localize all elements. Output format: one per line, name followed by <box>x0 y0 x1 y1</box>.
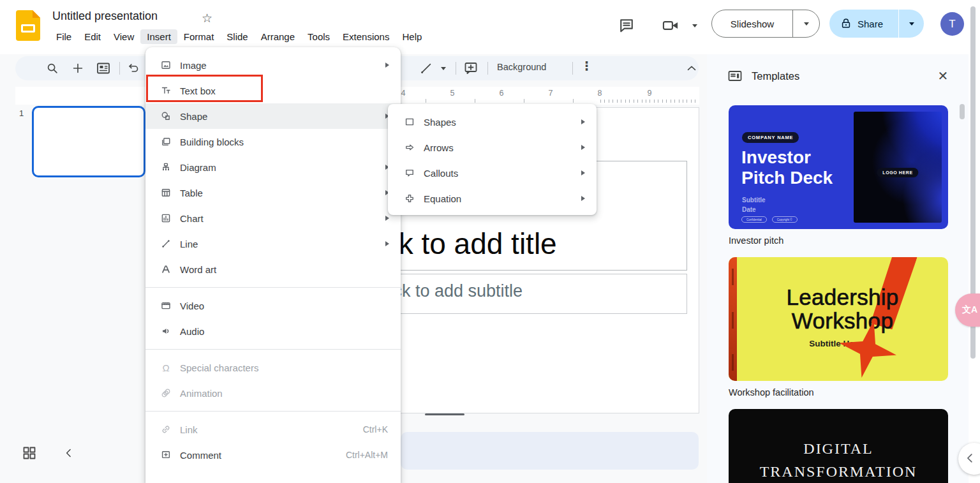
menu-help[interactable]: Help <box>396 29 428 44</box>
slideshow-dropdown[interactable] <box>792 10 819 37</box>
video-icon <box>161 301 171 311</box>
slideshow-button[interactable]: Slideshow <box>711 10 820 38</box>
line-tool-dropdown[interactable] <box>438 59 449 77</box>
menu-item-image[interactable]: Image <box>145 52 401 78</box>
add-comment-icon <box>161 450 171 460</box>
menu-item-special-characters[interactable]: Ω Special characters <box>145 355 401 380</box>
menu-item-chart[interactable]: Chart <box>145 205 401 231</box>
menu-item-audio[interactable]: Audio <box>145 318 401 344</box>
menu-item-building-blocks[interactable]: Building blocks <box>145 129 401 154</box>
template-card-digital-transformation[interactable]: DIGITAL TRANSFORMATION <box>729 409 948 483</box>
menu-format[interactable]: Format <box>177 29 221 44</box>
menu-extensions[interactable]: Extensions <box>336 29 396 44</box>
new-slide-layout-icon[interactable] <box>94 59 112 77</box>
submenu-item-equation[interactable]: Equation <box>388 186 597 211</box>
menu-file[interactable]: File <box>50 29 78 44</box>
ruler-number: 8 <box>593 89 606 98</box>
new-slide-plus-icon[interactable] <box>69 59 87 77</box>
menu-item-diagram[interactable]: Diagram <box>145 154 401 180</box>
menu-arrange[interactable]: Arrange <box>255 29 301 44</box>
share-dropdown[interactable] <box>898 10 924 38</box>
audio-icon <box>161 326 171 336</box>
notes-resize-handle[interactable] <box>425 413 464 415</box>
menu-slide[interactable]: Slide <box>220 29 254 44</box>
menu-tools[interactable]: Tools <box>301 29 336 44</box>
menu-view[interactable]: View <box>107 29 140 44</box>
shortcut-label: Ctrl+Alt+M <box>346 450 388 460</box>
chart-icon <box>161 213 171 223</box>
card-title-line: Pitch Deck <box>741 168 833 188</box>
share-button[interactable]: Share <box>829 10 924 38</box>
template-card-leadership-workshop[interactable]: Leadership Workshop Subtitle Here <box>729 257 948 381</box>
logo-here-badge: LOGO HERE <box>877 168 918 177</box>
callout-icon <box>405 168 415 178</box>
animation-icon <box>161 388 171 398</box>
speaker-notes[interactable] <box>401 432 699 470</box>
card-pill: Confidential <box>741 216 767 223</box>
comment-history-icon[interactable] <box>618 17 635 34</box>
card-date: Date <box>742 205 766 214</box>
menu-item-shape[interactable]: Shape <box>145 103 401 129</box>
omega-icon: Ω <box>161 362 171 373</box>
submenu-item-arrows[interactable]: Arrows <box>388 135 597 160</box>
shape-icon <box>161 111 171 121</box>
panel-scrollbar[interactable] <box>960 104 965 119</box>
star-icon[interactable]: ☆ <box>202 11 212 26</box>
background-button[interactable]: Background <box>497 62 546 72</box>
menu-insert[interactable]: Insert <box>140 29 177 44</box>
add-comment-icon[interactable] <box>462 59 480 77</box>
menubar: File Edit View Insert Format Slide Arran… <box>50 28 428 45</box>
templates-icon <box>727 68 743 84</box>
card-subtitle: Subtitle Here <box>737 339 935 348</box>
chevron-left-icon[interactable] <box>63 447 75 459</box>
submenu-item-shapes[interactable]: Shapes <box>388 109 597 135</box>
submenu-arrow-icon <box>385 63 389 68</box>
shortcut-label: Ctrl+K <box>363 424 388 435</box>
menu-item-line[interactable]: Line <box>145 231 401 256</box>
meet-camera-icon[interactable] <box>662 17 697 34</box>
textbox-icon <box>161 85 171 96</box>
menu-item-text-box[interactable]: Text box <box>145 78 401 103</box>
document-title[interactable]: Untitled presentation <box>52 10 158 23</box>
card-pill: Copyright © <box>772 216 798 223</box>
slide-thumbnail[interactable] <box>32 106 145 177</box>
header: Untitled presentation ☆ File Edit View I… <box>0 0 980 54</box>
card-title-line: Investor <box>741 147 833 168</box>
card-subtitle: Subtitle <box>742 195 766 205</box>
menu-item-link[interactable]: Link Ctrl+K <box>145 417 401 442</box>
template-card-investor-pitch[interactable]: COMPANY NAME Investor Pitch Deck Subtitl… <box>729 105 948 229</box>
submenu-arrow-icon <box>581 119 585 124</box>
template-caption: Workshop facilitation <box>729 387 814 398</box>
card-title-line: TRANSFORMATION <box>729 460 948 483</box>
menu-item-word-art[interactable]: Word art <box>145 256 401 282</box>
submenu-arrow-icon <box>581 170 585 175</box>
lock-icon <box>840 17 852 30</box>
avatar[interactable]: T <box>940 12 964 36</box>
menu-item-animation[interactable]: Animation <box>145 380 401 406</box>
line-icon <box>161 239 171 249</box>
collapse-toolbar-icon[interactable] <box>683 59 701 77</box>
grid-view-icon[interactable] <box>22 445 37 461</box>
image-icon <box>161 60 171 70</box>
search-menus-icon[interactable] <box>43 59 61 77</box>
submenu-arrow-icon <box>581 145 585 150</box>
line-tool-icon[interactable] <box>417 59 435 77</box>
menu-item-video[interactable]: Video <box>145 293 401 318</box>
menu-edit[interactable]: Edit <box>78 29 107 44</box>
table-icon <box>161 188 171 198</box>
menu-item-table[interactable]: Table <box>145 180 401 205</box>
undo-icon[interactable] <box>125 59 143 77</box>
close-icon[interactable]: ✕ <box>935 68 951 84</box>
card-title-line: Workshop <box>737 309 948 332</box>
arrow-right-icon <box>405 142 415 152</box>
more-options-icon[interactable]: ⋮ <box>581 59 593 73</box>
equation-icon <box>405 193 415 204</box>
slides-logo-icon[interactable] <box>16 10 40 41</box>
shape-submenu: Shapes Arrows Callouts Equation <box>388 104 597 215</box>
templates-header: Templates <box>727 68 799 84</box>
card-title-line: Leadership <box>737 285 948 309</box>
templates-title: Templates <box>752 70 799 82</box>
menu-item-comment[interactable]: Comment Ctrl+Alt+M <box>145 442 401 468</box>
google-slides-app: Untitled presentation ☆ File Edit View I… <box>0 0 980 483</box>
submenu-item-callouts[interactable]: Callouts <box>388 160 597 186</box>
